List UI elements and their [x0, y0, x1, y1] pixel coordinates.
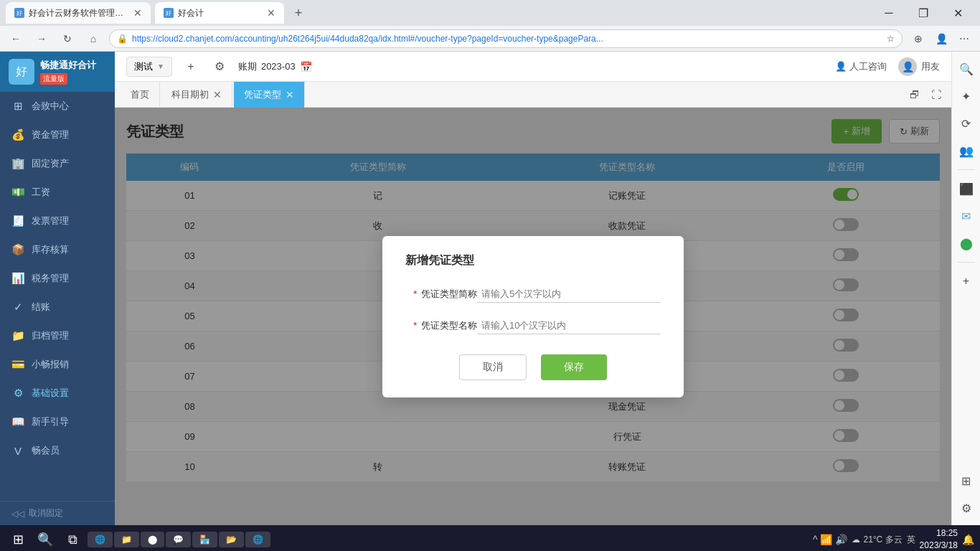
sidebar-item-guide[interactable]: 📖 新手引导 — [0, 408, 115, 436]
browser-tab-1[interactable]: 好 好会计云财务软件管理系统_会计 ✕ — [6, 2, 151, 24]
sidebar-item-dashboard-label: 会致中心 — [32, 100, 69, 113]
sidebar-item-expense[interactable]: 💳 小畅报销 — [0, 350, 115, 379]
sidebar-item-salary[interactable]: 💵 工资 — [0, 178, 115, 207]
sidebar-item-archive-label: 归档管理 — [32, 329, 69, 342]
right-email-icon[interactable]: ✉ — [955, 204, 978, 227]
taskbar-edge-app[interactable]: 🌐 — [88, 532, 113, 547]
calendar-icon: 📅 — [300, 61, 312, 72]
files-icon: 📂 — [226, 534, 237, 545]
taskbar-files-app[interactable]: 📂 — [219, 532, 244, 547]
logo-text: 畅捷通好合计 流量版 — [40, 59, 96, 85]
pin-icon: ◁◁ — [11, 509, 24, 519]
sidebar-item-member[interactable]: V 畅会员 — [0, 436, 115, 465]
forward-button[interactable]: → — [32, 29, 52, 49]
taskview-button[interactable]: ⧉ — [60, 527, 85, 551]
right-grid-icon[interactable]: ⊞ — [955, 469, 978, 492]
close-button[interactable]: ✕ — [941, 2, 974, 24]
right-settings-icon[interactable]: ⚙ — [955, 496, 978, 519]
tabs-right-buttons: 🗗 ⛶ — [905, 85, 946, 104]
period-value: 2023-03 — [261, 61, 296, 72]
modal-actions: 取消 保存 — [405, 354, 661, 380]
chrome-icon: ⬤ — [148, 534, 157, 545]
sidebar-item-guide-label: 新手引导 — [32, 415, 69, 428]
consult-button[interactable]: 👤 人工咨询 — [835, 60, 887, 73]
more-icon[interactable]: ⋯ — [954, 29, 974, 49]
user-label: 用友 — [921, 60, 940, 73]
new-tab-button[interactable]: + — [288, 3, 308, 23]
workspace-selector[interactable]: 测试 ▼ — [126, 57, 172, 77]
sidebar-item-capital[interactable]: 💰 资金管理 — [0, 121, 115, 149]
field-abbr-label: * 凭证类型简称 — [405, 288, 477, 301]
sidebar-item-checkout[interactable]: ✓ 结账 — [0, 293, 115, 321]
sidebar-item-tax[interactable]: 📊 税务管理 — [0, 264, 115, 293]
capital-icon: 💰 — [11, 128, 24, 141]
back-button[interactable]: ← — [6, 29, 26, 49]
tab-home-label: 首页 — [131, 88, 149, 101]
field-abbr-input[interactable] — [477, 286, 661, 303]
tab2-close-icon[interactable]: ✕ — [267, 7, 275, 19]
modal-dialog: 新增凭证类型 * 凭证类型简称 * 凭证类型名称 — [382, 236, 684, 397]
sidebar-item-checkout-label: 结账 — [32, 301, 50, 314]
right-star-icon[interactable]: ✦ — [955, 85, 978, 108]
extensions-icon[interactable]: ⊕ — [908, 29, 928, 49]
chevron-up-icon[interactable]: ^ — [813, 534, 818, 545]
windows-start-button[interactable]: ⊞ — [6, 527, 30, 551]
modal-overlay: 新增凭证类型 * 凭证类型简称 * 凭证类型名称 — [115, 108, 951, 525]
right-outlook-icon[interactable]: ⬛ — [955, 177, 978, 200]
form-field-abbr: * 凭证类型简称 — [405, 286, 661, 303]
tab1-close-icon[interactable]: ✕ — [133, 7, 142, 19]
tab1-title: 好会计云财务软件管理系统_会计 — [29, 7, 129, 19]
maximize-button[interactable]: ❐ — [907, 2, 940, 24]
sidebar-item-capital-label: 资金管理 — [32, 128, 69, 141]
right-search-icon[interactable]: 🔍 — [955, 57, 978, 80]
tab-home[interactable]: 首页 — [121, 82, 160, 108]
sidebar-item-inventory-label: 库存核算 — [32, 243, 69, 256]
tab-expand-button[interactable]: ⛶ — [927, 85, 946, 104]
tab-subject-period-close-icon[interactable]: ✕ — [213, 89, 222, 100]
app-container: 好 畅捷通好合计 流量版 ⊞ 会致中心 💰 资金管理 🏢 固定资产 💵 工资 🧾… — [0, 52, 980, 525]
taskbar-msedge-app2[interactable]: 🌐 — [245, 532, 270, 547]
field-name-input[interactable] — [477, 317, 661, 334]
url-bar[interactable]: 🔒 https://cloud2.chanjet.com/accounting/… — [109, 29, 903, 48]
browser-tab-2[interactable]: 好 好会计 ✕ — [155, 2, 284, 24]
store-icon: 🏪 — [199, 534, 210, 545]
tabs-bar: 首页 科目期初 ✕ 凭证类型 ✕ 🗗 ⛶ — [115, 82, 951, 108]
star-icon: ☆ — [887, 34, 895, 44]
tab1-favicon: 好 — [14, 8, 24, 18]
sidebar-item-invoice[interactable]: 🧾 发票管理 — [0, 207, 115, 235]
add-workspace-button[interactable]: + — [181, 57, 201, 77]
profile-icon[interactable]: 👤 — [931, 29, 951, 49]
right-panel-divider — [958, 169, 975, 170]
right-user-icon[interactable]: 👥 — [955, 139, 978, 162]
user-area[interactable]: 👤 用友 — [898, 57, 940, 76]
refresh-button[interactable]: ↻ — [57, 29, 77, 49]
tab-minimize-button[interactable]: 🗗 — [905, 85, 924, 104]
right-history-icon[interactable]: ⟳ — [955, 112, 978, 135]
taskbar-chrome-app[interactable]: ⬤ — [141, 532, 164, 547]
notification-icon[interactable]: 🔔 — [962, 534, 974, 545]
sidebar-item-dashboard[interactable]: ⊞ 会致中心 — [0, 92, 115, 121]
network-icon[interactable]: 📶 — [820, 534, 832, 545]
right-chrome-icon[interactable]: ⬤ — [955, 232, 978, 255]
home-button[interactable]: ⌂ — [83, 29, 103, 49]
save-button[interactable]: 保存 — [541, 354, 607, 380]
minimize-button[interactable]: ─ — [872, 2, 905, 24]
tab-subject-period[interactable]: 科目期初 ✕ — [161, 82, 232, 108]
sidebar-item-fixed-assets[interactable]: 🏢 固定资产 — [0, 149, 115, 178]
sidebar-item-inventory[interactable]: 📦 库存核算 — [0, 235, 115, 264]
volume-icon[interactable]: 🔊 — [835, 534, 847, 545]
sidebar-item-archive[interactable]: 📁 归档管理 — [0, 321, 115, 350]
tab-voucher-type[interactable]: 凭证类型 ✕ — [234, 82, 305, 108]
taskbar-wechat-app[interactable]: 💬 — [166, 532, 191, 547]
sidebar-item-settings[interactable]: ⚙ 基础设置 — [0, 379, 115, 408]
header-right: 👤 人工咨询 👤 用友 — [835, 57, 940, 76]
settings-header-button[interactable]: ⚙ — [209, 57, 230, 77]
cancel-button[interactable]: 取消 — [459, 354, 527, 380]
tab-voucher-type-close-icon[interactable]: ✕ — [286, 89, 294, 100]
taskbar-explorer-app[interactable]: 📁 — [114, 532, 139, 547]
taskbar-store-app[interactable]: 🏪 — [192, 532, 217, 547]
wechat-icon: 💬 — [173, 534, 184, 545]
search-taskbar-button[interactable]: 🔍 — [33, 527, 57, 551]
sidebar-footer[interactable]: ◁◁ 取消固定 — [0, 501, 115, 525]
right-add-icon[interactable]: + — [955, 270, 978, 293]
